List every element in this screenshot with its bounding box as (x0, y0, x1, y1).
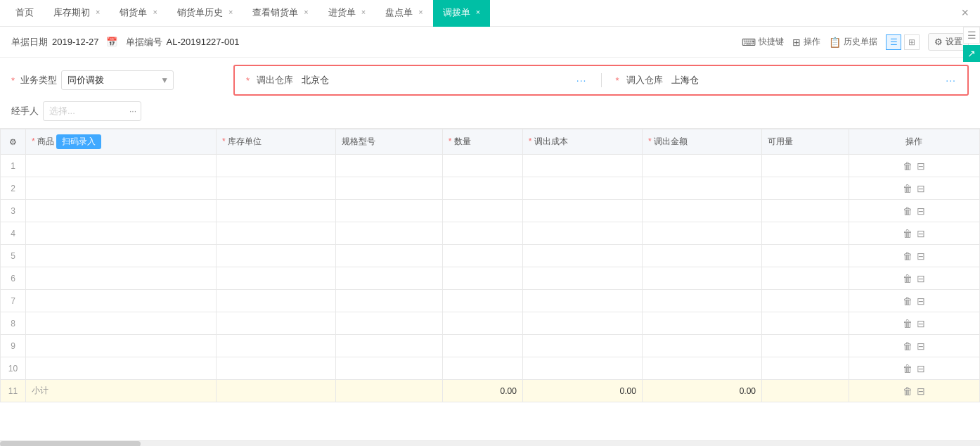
calendar-icon[interactable]: 📅 (106, 37, 117, 47)
row-product[interactable] (26, 222, 217, 245)
row-qty[interactable] (442, 267, 522, 290)
tab-inventory-init[interactable]: 库存期初 × (44, 0, 110, 27)
list-view-btn[interactable]: ☰ (886, 34, 901, 50)
sidebar-list-icon[interactable]: ☰ (963, 27, 980, 44)
row-product[interactable] (26, 200, 217, 222)
subtotal-qty: 0.00 (442, 380, 522, 402)
row-qty[interactable] (442, 312, 522, 335)
row-qty[interactable] (442, 357, 522, 380)
data-table: ⚙ * 商品 扫码录入 * 库存单位 规格型号 * (0, 129, 980, 402)
warehouse-out-more-btn[interactable]: ··· (576, 75, 587, 86)
row-num: 3 (1, 200, 26, 222)
tab-home[interactable]: 首页 (6, 0, 44, 27)
business-type-select[interactable]: 同价调拨 ▼ (61, 70, 174, 90)
handler-select[interactable]: 选择... ··· (43, 101, 141, 121)
tab-sales-order-close[interactable]: × (153, 8, 157, 16)
doc-no-field: 单据编号 AL-20191227-001 (126, 36, 240, 49)
tab-stocktake[interactable]: 盘点单 × (375, 0, 432, 27)
row-qty[interactable] (442, 177, 522, 200)
th-gear[interactable]: ⚙ (1, 129, 26, 155)
sidebar-external-icon[interactable]: ↗ (963, 45, 980, 62)
copy-icon[interactable]: ⊟ (917, 183, 925, 194)
operation-btn[interactable]: ⊞ 操作 (792, 36, 820, 48)
row-spec (336, 267, 442, 290)
row-qty[interactable] (442, 222, 522, 245)
warehouse-in-field: * 调入仓库 上海仓 ··· (616, 74, 957, 87)
copy-icon[interactable]: ⊟ (917, 228, 925, 239)
scrollbar-thumb[interactable] (0, 441, 141, 446)
row-qty[interactable] (442, 335, 522, 357)
tab-sales-order[interactable]: 销货单 × (110, 0, 167, 27)
shortcut-btn[interactable]: ⌨ 快捷键 (742, 36, 784, 48)
delete-icon[interactable]: 🗑 (903, 273, 913, 284)
delete-icon[interactable]: 🗑 (903, 386, 913, 397)
tab-sales-history-close[interactable]: × (228, 8, 233, 16)
row-num: 4 (1, 222, 26, 245)
th-product: * 商品 扫码录入 (26, 129, 217, 155)
copy-icon[interactable]: ⊟ (917, 318, 925, 329)
tab-transfer[interactable]: 调拨单 × (433, 0, 490, 27)
delete-icon[interactable]: 🗑 (903, 205, 913, 217)
row-ops: 🗑 ⊟ (849, 177, 979, 200)
row-ops: 🗑 ⊟ (849, 312, 979, 335)
th-amount: * 调出金额 (642, 129, 761, 155)
row-cost (522, 267, 642, 290)
row-product[interactable] (26, 290, 217, 312)
settings-icon: ⚙ (934, 37, 943, 47)
row-product[interactable] (26, 177, 217, 200)
row-product[interactable] (26, 312, 217, 335)
tab-stocktake-close[interactable]: × (418, 8, 423, 16)
history-icon: 📋 (829, 37, 841, 48)
warehouse-out-value: 北京仓 (302, 74, 329, 87)
copy-icon[interactable]: ⊟ (917, 205, 925, 217)
subtotal-spec (336, 380, 442, 402)
delete-icon[interactable]: 🗑 (903, 363, 913, 374)
delete-icon[interactable]: 🗑 (903, 228, 913, 239)
row-product[interactable] (26, 245, 217, 267)
tab-purchase-order[interactable]: 进货单 × (318, 0, 375, 27)
tab-bar-close-icon[interactable]: × (955, 6, 974, 20)
tab-view-sales[interactable]: 查看销货单 × (243, 0, 318, 27)
copy-icon[interactable]: ⊟ (917, 386, 925, 397)
tab-transfer-close[interactable]: × (476, 8, 480, 16)
row-spec (336, 222, 442, 245)
tab-sales-history[interactable]: 销货单历史 × (167, 0, 243, 27)
row-qty[interactable] (442, 200, 522, 222)
row-product[interactable] (26, 267, 217, 290)
row-product[interactable] (26, 155, 217, 177)
row-product[interactable] (26, 357, 217, 380)
delete-icon[interactable]: 🗑 (903, 340, 913, 352)
row-qty[interactable] (442, 155, 522, 177)
row-amount (642, 200, 761, 222)
tab-inventory-init-close[interactable]: × (96, 8, 100, 16)
delete-icon[interactable]: 🗑 (903, 160, 913, 172)
copy-icon[interactable]: ⊟ (917, 160, 925, 172)
row-qty[interactable] (442, 290, 522, 312)
tab-purchase-order-close[interactable]: × (361, 8, 366, 16)
row-available (762, 222, 849, 245)
row-qty[interactable] (442, 245, 522, 267)
copy-icon[interactable]: ⊟ (917, 363, 925, 374)
copy-icon[interactable]: ⊟ (917, 273, 925, 284)
row-cost (522, 222, 642, 245)
row-product[interactable] (26, 335, 217, 357)
copy-icon[interactable]: ⊟ (917, 250, 925, 262)
row-cost (522, 200, 642, 222)
tab-view-sales-close[interactable]: × (304, 8, 308, 16)
warehouse-out-label: 调出仓库 (257, 74, 293, 87)
history-btn[interactable]: 📋 历史单据 (829, 36, 877, 48)
copy-icon[interactable]: ⊟ (917, 295, 925, 307)
warehouse-in-value: 上海仓 (671, 74, 699, 87)
delete-icon[interactable]: 🗑 (903, 250, 913, 262)
scan-btn[interactable]: 扫码录入 (56, 134, 101, 149)
warehouse-in-more-btn[interactable]: ··· (946, 75, 956, 86)
delete-icon[interactable]: 🗑 (903, 183, 913, 194)
row-cost (522, 312, 642, 335)
delete-icon[interactable]: 🗑 (903, 318, 913, 329)
copy-icon[interactable]: ⊟ (917, 340, 925, 352)
table-row: 6 🗑 ⊟ (1, 267, 980, 290)
horizontal-scrollbar[interactable] (0, 440, 980, 446)
gear-icon: ⚙ (9, 137, 17, 147)
delete-icon[interactable]: 🗑 (903, 295, 913, 307)
grid-view-btn[interactable]: ⊞ (904, 34, 920, 50)
